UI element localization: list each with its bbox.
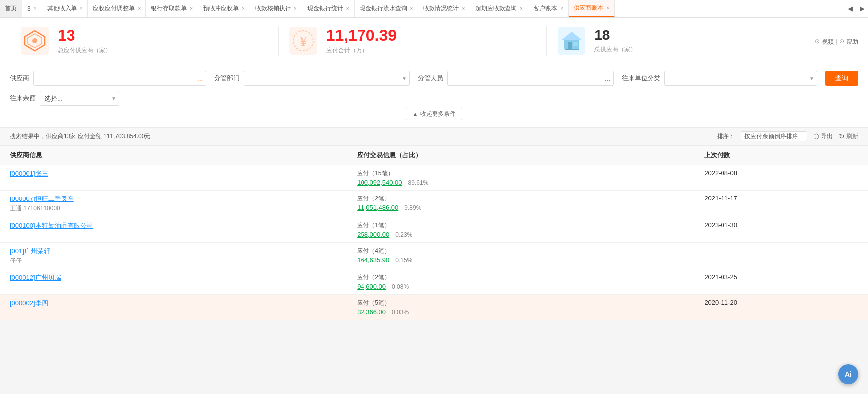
th-last-payment: 上次付数 <box>694 146 868 165</box>
person-input[interactable] <box>447 71 614 86</box>
nav-prev-arrow[interactable]: ◀ <box>844 0 856 17</box>
th-ap-info: 应付交易信息（占比） <box>347 146 694 165</box>
svg-rect-12 <box>565 49 579 50</box>
tx-percent: 0.03% <box>392 309 409 316</box>
svg-rect-9 <box>568 42 572 49</box>
svg-text:¥: ¥ <box>300 33 307 49</box>
supplier-input[interactable] <box>33 71 206 86</box>
amount-row: 258,000.000.23% <box>357 231 684 238</box>
supplier-link[interactable]: [000002]李四 <box>10 299 48 307</box>
supplier-count-icon <box>20 26 50 56</box>
amount-row: 100,092,540.0089.61% <box>357 179 684 186</box>
supplier-info-cell: [000012]广州贝瑞 <box>0 269 347 295</box>
last-payment-date <box>694 243 868 269</box>
summary-card-ap-total: ¥ 11,170.39 应付合计（万） <box>279 26 547 56</box>
amount-link[interactable]: 94,600.00 <box>357 283 386 290</box>
search-section: 供应商 ... 分管部门 ▼ 分管人员 ... <box>0 64 868 128</box>
ap-info-cell: 应付（2笔）94,600.000.08% <box>347 269 694 295</box>
nav-tab-close-collection-stats[interactable]: × <box>462 6 465 11</box>
nav-tab-bank-deposit[interactable]: 银行存取款单× <box>146 0 198 17</box>
summary-card-supplier-count: 13 总应付供应商（家） <box>10 26 279 56</box>
supplier-link[interactable]: [000001]张三 <box>10 170 48 177</box>
video-link[interactable]: 视频 <box>822 38 834 46</box>
nav-tab-other-income[interactable]: 其他收入单× <box>42 0 88 17</box>
balance-select[interactable]: 选择... <box>40 91 119 106</box>
ap-info-cell: 应付（4笔）164,635.900.15% <box>347 243 694 269</box>
nav-tab-supplier-account[interactable]: 供应商账本× <box>569 0 615 17</box>
nav-tab-close-tab3[interactable]: × <box>34 6 37 11</box>
nav-tab-cash-bank-stats[interactable]: 现金银行统计× <box>302 0 355 17</box>
nav-tab-ap-adjustment[interactable]: 应收应付调整单× <box>88 0 146 17</box>
supplier-link[interactable]: [000007]恒旺二手叉车 <box>10 195 74 202</box>
table-row: [001]广州荣轩仔仔应付（4笔）164,635.900.15% <box>0 243 868 269</box>
supplier-link[interactable]: [000012]广州贝瑞 <box>10 274 61 281</box>
help-links: ⊙ 视频 | ⊙ 帮助 <box>815 36 858 46</box>
sort-select[interactable]: 按应付余额倒序排序 <box>741 131 807 141</box>
nav-tab-close-bank-deposit[interactable]: × <box>190 6 193 11</box>
amount-link[interactable]: 100,092,540.00 <box>357 179 402 186</box>
svg-rect-10 <box>573 42 578 46</box>
ap-total-label: 应付合计（万） <box>326 46 537 55</box>
dept-select[interactable] <box>244 71 410 86</box>
nav-tab-close-prepayment[interactable]: × <box>242 6 245 11</box>
summary-card-total-supplier: 18 总供应商（家） <box>547 26 815 56</box>
nav-tab-collection-stats[interactable]: 收款情况统计× <box>418 0 470 17</box>
search-button[interactable]: 查询 <box>825 71 858 86</box>
nav-next-arrow[interactable]: ▶ <box>856 0 868 17</box>
nav-tab-close-collection-verify[interactable]: × <box>294 6 297 11</box>
supplier-input-wrapper: ... <box>33 71 206 86</box>
nav-tab-home[interactable]: 首页 <box>0 0 22 17</box>
amount-link[interactable]: 32,366.00 <box>357 308 386 316</box>
summary-section: 13 总应付供应商（家） ¥ 11,170.39 应付合计（万） <box>0 18 868 64</box>
supplier-link[interactable]: [001]广州荣轩 <box>10 247 50 255</box>
nav-tab-customer-account[interactable]: 客户账本× <box>528 0 569 17</box>
ap-info-cell: 应付（1笔）258,000.000.23% <box>347 217 694 243</box>
tx-label: 应付（2笔） <box>357 195 684 203</box>
supplier-link[interactable]: [000100]本特勤油品有限公司 <box>10 222 93 229</box>
nav-tab-close-customer-account[interactable]: × <box>560 6 563 11</box>
collapse-row: ▲ 收起更多条件 <box>10 106 858 122</box>
nav-tab-close-overdue-query[interactable]: × <box>520 6 523 11</box>
tx-label: 应付（1笔） <box>357 221 684 230</box>
balance-field: 往来余额 选择... ▼ <box>10 91 119 106</box>
search-row-2: 往来余额 选择... ▼ <box>10 91 858 106</box>
tx-percent: 0.23% <box>395 231 412 238</box>
nav-tab-overdue-query[interactable]: 超期应收款查询× <box>470 0 528 17</box>
nav-tab-close-cash-bank-flow[interactable]: × <box>410 6 413 11</box>
nav-tab-close-cash-bank-stats[interactable]: × <box>346 6 349 11</box>
table-row: [000007]恒旺二手叉车王通 17106110000应付（2笔）11,051… <box>0 191 868 217</box>
top-navigation: 首页3×其他收入单×应收应付调整单×银行存取款单×预收冲应收单×收款核销执行×现… <box>0 0 868 18</box>
ap-info-cell: 应付（2笔）11,051,486.009.89% <box>347 191 694 217</box>
sort-label: 排序： <box>717 132 735 141</box>
category-select[interactable] <box>664 71 818 86</box>
dept-select-wrapper: ▼ <box>244 71 410 86</box>
collapse-button[interactable]: ▲ 收起更多条件 <box>406 108 462 120</box>
nav-tab-tab3[interactable]: 3× <box>22 0 42 17</box>
supplier-sub-info: 王通 17106110000 <box>10 204 337 213</box>
amount-row: 94,600.000.08% <box>357 283 684 290</box>
nav-tab-prepayment[interactable]: 预收冲应收单× <box>198 0 250 17</box>
last-payment-date: 2020-11-20 <box>694 295 868 320</box>
nav-tab-cash-bank-flow[interactable]: 现金银行流水查询× <box>355 0 419 17</box>
help-link[interactable]: 帮助 <box>846 38 858 46</box>
refresh-icon: ↻ <box>839 132 845 140</box>
supplier-info-cell: [000001]张三 <box>0 165 347 191</box>
divider: | <box>836 38 837 45</box>
refresh-button[interactable]: ↻ 刷新 <box>839 132 858 141</box>
summary-card3-text: 18 总供应商（家） <box>594 28 805 54</box>
amount-link[interactable]: 164,635.90 <box>357 256 389 263</box>
export-button[interactable]: ⬡ 导出 <box>813 132 833 141</box>
nav-tab-close-supplier-account[interactable]: × <box>606 5 609 11</box>
tx-label: 应付（4笔） <box>357 247 684 255</box>
amount-link[interactable]: 258,000.00 <box>357 231 389 238</box>
supplier-info-cell: [001]广州荣轩仔仔 <box>0 243 347 269</box>
nav-tab-collection-verify[interactable]: 收款核销执行× <box>250 0 302 17</box>
amount-link[interactable]: 11,051,486.00 <box>357 204 398 211</box>
supplier-field: 供应商 ... <box>10 71 206 86</box>
export-icon: ⬡ <box>813 132 819 140</box>
supplier-dots-icon[interactable]: ... <box>197 74 203 82</box>
nav-tab-close-other-income[interactable]: × <box>80 6 83 11</box>
amount-row: 32,366.000.03% <box>357 308 684 316</box>
person-dots-icon[interactable]: ... <box>605 74 611 82</box>
nav-tab-close-ap-adjustment[interactable]: × <box>138 6 141 11</box>
